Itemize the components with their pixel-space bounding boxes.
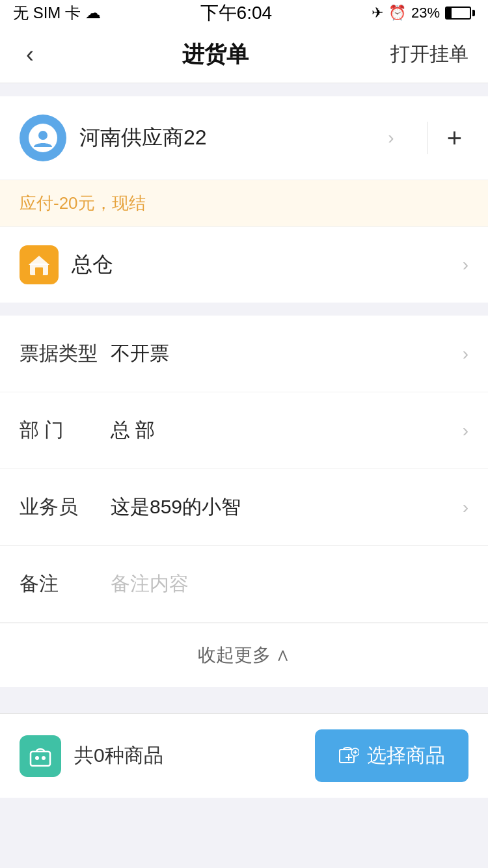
add-supplier-button[interactable]: + — [441, 124, 468, 153]
invoice-type-row[interactable]: 票据类型 不开票 › — [0, 316, 488, 392]
salesperson-label: 业务员 — [20, 494, 111, 521]
warehouse-chevron-icon: › — [463, 254, 468, 275]
remark-value[interactable]: 备注内容 — [111, 571, 468, 597]
supplier-name: 河南供应商22 — [79, 124, 388, 152]
salesperson-row[interactable]: 业务员 这是859的小智 › — [0, 469, 488, 546]
remark-label: 备注 — [20, 571, 111, 597]
avatar-icon — [29, 124, 57, 152]
svg-point-6 — [42, 756, 46, 760]
svg-marker-2 — [29, 256, 49, 265]
svg-point-0 — [38, 131, 47, 140]
collapse-label: 收起更多 ∧ — [198, 645, 291, 665]
warehouse-row[interactable]: 总仓 › — [0, 226, 488, 303]
salesperson-value: 这是859的小智 — [111, 494, 463, 521]
battery-icon — [445, 7, 475, 20]
notice-bar: 应付-20元，现结 — [0, 180, 488, 226]
collapse-button[interactable]: 收起更多 ∧ — [0, 623, 488, 687]
svg-rect-3 — [35, 267, 43, 275]
salesperson-chevron-icon: › — [463, 497, 468, 518]
alarm-icon: ⏰ — [388, 5, 406, 21]
supplier-row[interactable]: 河南供应商22 › + — [0, 96, 488, 180]
divider-bottom — [0, 687, 488, 700]
select-product-icon — [338, 746, 359, 766]
page-title: 进货单 — [182, 40, 249, 70]
department-value: 总 部 — [111, 417, 463, 444]
status-bar-left: 无 SIM 卡 ☁ — [13, 3, 101, 23]
invoice-type-chevron-icon: › — [463, 344, 468, 364]
warehouse-icon — [20, 245, 59, 284]
select-product-button[interactable]: 选择商品 — [315, 729, 468, 782]
status-bar-right: ✈ ⏰ 23% — [372, 5, 475, 21]
status-bar: 无 SIM 卡 ☁ 下午6:04 ✈ ⏰ 23% — [0, 0, 488, 26]
department-chevron-icon: › — [463, 420, 468, 441]
product-count-text: 共0种商品 — [74, 742, 315, 769]
svg-rect-4 — [31, 752, 50, 766]
svg-point-5 — [35, 756, 39, 760]
department-label: 部 门 — [20, 417, 111, 444]
supplier-avatar — [20, 115, 66, 161]
bottom-bar: 共0种商品 选择商品 — [0, 713, 488, 798]
back-button[interactable]: ‹ — [20, 34, 40, 75]
notice-text: 应付-20元，现结 — [20, 193, 146, 213]
nav-bar: ‹ 进货单 打开挂单 — [0, 26, 488, 83]
invoice-type-value: 不开票 — [111, 340, 463, 367]
select-product-label: 选择商品 — [367, 742, 445, 769]
open-pending-button[interactable]: 打开挂单 — [390, 41, 468, 68]
vertical-divider — [427, 122, 427, 154]
warehouse-name: 总仓 — [72, 251, 463, 279]
divider-mid — [0, 303, 488, 316]
sim-text: 无 SIM 卡 ☁ — [13, 3, 101, 23]
supplier-card: 河南供应商22 › + 应付-20元，现结 总仓 › — [0, 96, 488, 303]
department-row[interactable]: 部 门 总 部 › — [0, 392, 488, 469]
product-icon — [20, 735, 61, 777]
remark-row[interactable]: 备注 备注内容 — [0, 546, 488, 623]
supplier-chevron-icon: › — [388, 128, 394, 148]
form-card: 票据类型 不开票 › 部 门 总 部 › 业务员 这是859的小智 › 备注 备… — [0, 316, 488, 687]
divider-top — [0, 83, 488, 96]
status-bar-time: 下午6:04 — [200, 1, 273, 25]
location-icon: ✈ — [372, 5, 383, 21]
invoice-type-label: 票据类型 — [20, 340, 111, 367]
battery-text: 23% — [411, 5, 440, 21]
